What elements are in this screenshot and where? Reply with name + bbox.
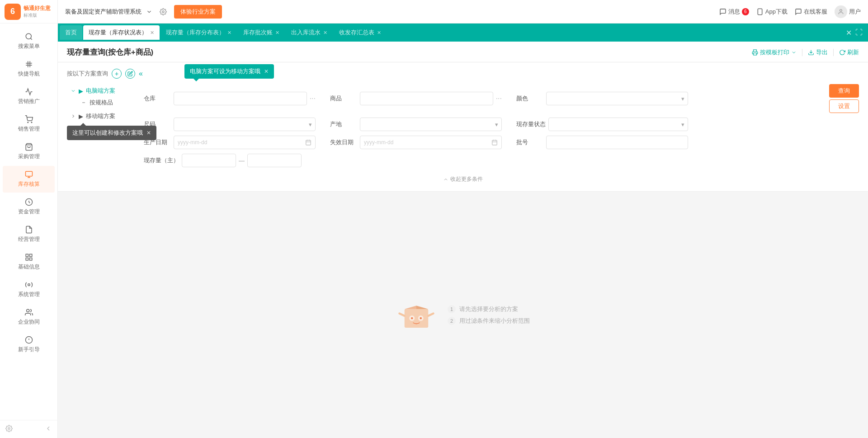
tab-batch[interactable]: 库存批次账 ✕: [238, 25, 285, 40]
size-field: 尺码 ▾: [144, 118, 316, 131]
tab-fullscreen[interactable]: ⛶: [855, 28, 863, 37]
sidebar-item-basics[interactable]: 基础信息: [3, 249, 55, 275]
qty-main-to[interactable]: [247, 154, 302, 167]
filter-edit-btn[interactable]: [125, 69, 135, 79]
sidebar-item-system[interactable]: 系统管理: [3, 276, 55, 303]
svg-rect-18: [754, 53, 757, 55]
svg-rect-7: [29, 254, 32, 256]
sidebar-item-marketing[interactable]: 营销推广: [3, 83, 55, 110]
filter-arrow-btn[interactable]: «: [139, 70, 143, 78]
tab-inventory-status[interactable]: 现存量（库存状况表） ✕: [83, 25, 160, 40]
collapse-sidebar-btn[interactable]: [45, 425, 52, 433]
print-icon: [752, 49, 758, 56]
chevron-right-icon: [71, 113, 76, 119]
batch-no-label: 批号: [516, 138, 543, 146]
filter-add-btn[interactable]: +: [112, 69, 122, 79]
scheme-sub-item-0[interactable]: 按规格品: [78, 97, 119, 108]
color-select[interactable]: [546, 92, 688, 105]
size-select[interactable]: [174, 118, 316, 131]
page-header: 现存量查询(按仓库+商品) 按模板打印 导出 刷新: [58, 42, 868, 62]
app-label: App下载: [765, 8, 788, 16]
expire-date-input[interactable]: yyyy-mm-dd: [360, 136, 502, 149]
export-btn[interactable]: 导出: [808, 48, 828, 57]
tab-close-btn[interactable]: ✕: [275, 30, 279, 36]
sidebar-item-label: 系统管理: [18, 291, 40, 298]
svg-rect-21: [306, 140, 311, 145]
empty-tips: 1 请先选择要分析的方案 2 用过滤条件来缩小分析范围: [448, 305, 530, 325]
qty-main-from[interactable]: [182, 154, 236, 167]
inv-status-select[interactable]: [548, 118, 688, 131]
sidebar-item-finance[interactable]: 资金管理: [3, 193, 55, 220]
batch-no-input[interactable]: [546, 136, 688, 149]
system-dropdown[interactable]: [146, 9, 152, 15]
main-area: 装备及固定资产辅助管理系统 体验行业方案 消息 6 App下载 在线客服: [58, 0, 868, 438]
header-right: 消息 6 App下载 在线客服 用户: [719, 5, 861, 18]
page-title: 现存量查询(按仓库+商品): [67, 47, 153, 57]
sidebar-bottom: [0, 420, 57, 438]
color-label: 颜色: [516, 94, 543, 103]
sidebar-item-sales[interactable]: 销售管理: [3, 111, 55, 137]
app-action[interactable]: App下载: [756, 8, 788, 16]
tab-inout[interactable]: 出入库流水 ✕: [286, 25, 333, 40]
scheme-desktop[interactable]: ▶ 电脑端方案: [67, 85, 119, 97]
scheme-mobile-icon: ▶: [79, 113, 83, 120]
scheme-mobile[interactable]: ▶ 移动端方案: [67, 110, 119, 122]
goods-dots-btn[interactable]: ···: [496, 94, 502, 103]
empty-content: 1 请先选择要分析的方案 2 用过滤条件来缩小分析范围: [396, 294, 530, 336]
tab-close-btn[interactable]: ✕: [377, 30, 381, 36]
tab-bar-actions: ✕ ⛶: [846, 28, 866, 37]
industry-btn[interactable]: 体验行业方案: [174, 5, 222, 19]
warehouse-dots-btn[interactable]: ···: [310, 94, 316, 103]
tab-home[interactable]: 首页: [60, 25, 82, 40]
tooltip2-close-btn[interactable]: ✕: [146, 130, 151, 136]
user-action[interactable]: 用户: [835, 5, 861, 18]
chevron-down-icon2: [71, 88, 76, 94]
sidebar-item-operations[interactable]: 经营管理: [3, 221, 55, 248]
tooltip-close-btn[interactable]: ✕: [264, 68, 269, 75]
chevron-down-icon: [146, 9, 152, 15]
svg-point-17: [840, 9, 842, 11]
sidebar-item-inventory[interactable]: 库存核算: [3, 166, 55, 193]
settings-btn[interactable]: [5, 425, 13, 433]
template-print-btn[interactable]: 按模板打印: [752, 48, 797, 57]
svg-point-10: [28, 284, 30, 286]
filter-rows-container: 仓库 ··· 商品 ··· 颜色 ▾: [144, 84, 859, 167]
sidebar-item-label: 企业协同: [18, 318, 40, 326]
tab-inventory-dist[interactable]: 现存量（库存分布表） ✕: [160, 25, 237, 40]
origin-field: 产地 ▾: [330, 118, 502, 131]
scheme-sub-items: 按规格品: [67, 97, 119, 108]
gear-btn[interactable]: [157, 5, 170, 18]
tab-collect[interactable]: 收发存汇总表 ✕: [334, 25, 387, 40]
message-action[interactable]: 消息 6: [719, 8, 749, 16]
tab-close-btn[interactable]: ✕: [150, 30, 154, 36]
svg-point-33: [420, 317, 422, 320]
sidebar-item-purchase[interactable]: 采购管理: [3, 138, 55, 165]
search-button[interactable]: 查询: [829, 84, 859, 98]
setting-button[interactable]: 设置: [829, 99, 859, 113]
svg-point-1: [28, 122, 28, 123]
divider: [802, 49, 802, 56]
tab-close-btn[interactable]: ✕: [323, 30, 327, 36]
support-action[interactable]: 在线客服: [795, 8, 827, 16]
sidebar-item-guide[interactable]: 新手引导: [3, 331, 55, 358]
collapse-btn[interactable]: 收起更多条件: [67, 172, 859, 185]
system-title: 装备及固定资产辅助管理系统: [65, 8, 142, 16]
origin-select[interactable]: [360, 118, 502, 131]
refresh-btn[interactable]: 刷新: [839, 48, 859, 57]
warehouse-input[interactable]: [174, 92, 307, 105]
message-icon: [719, 8, 726, 15]
sidebar-item-label: 搜索菜单: [18, 42, 40, 50]
filter-label-row: 按以下方案查询 + « 电脑方案可设为移动方案哦 ✕: [67, 69, 859, 79]
sidebar-item-search[interactable]: 搜索菜单: [3, 28, 55, 55]
tab-close-all[interactable]: ✕: [846, 28, 852, 37]
sidebar-item-quicknav[interactable]: 快捷导航: [3, 56, 55, 82]
tab-label: 出入库流水: [291, 28, 321, 37]
filter-label: 按以下方案查询: [67, 70, 108, 78]
tab-close-btn[interactable]: ✕: [227, 30, 231, 36]
gear-icon: [160, 8, 167, 15]
sidebar-item-enterprise[interactable]: 企业协同: [3, 304, 55, 330]
calendar-icon: [305, 139, 311, 146]
goods-input[interactable]: [360, 92, 493, 105]
produce-date-input[interactable]: yyyy-mm-dd: [174, 136, 316, 149]
support-icon: [795, 8, 802, 15]
